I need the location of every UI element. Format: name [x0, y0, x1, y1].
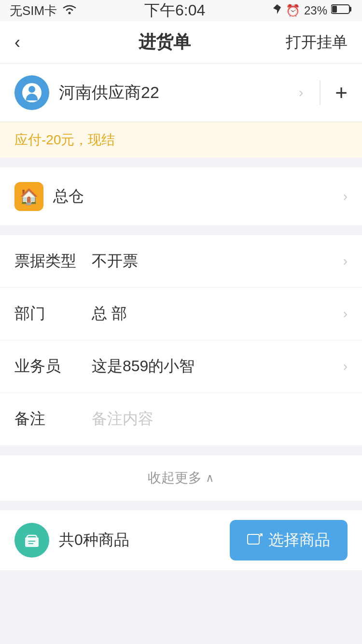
svg-rect-8 [248, 534, 259, 544]
collapse-button[interactable]: 收起更多 ∧ [0, 455, 362, 501]
product-count-label: 共0种商品 [59, 530, 230, 551]
open-pending-button[interactable]: 打开挂单 [286, 32, 348, 53]
department-label: 部门 [14, 303, 82, 324]
svg-rect-2 [349, 7, 351, 12]
bottom-bar: 共0种商品 选择商品 [0, 510, 362, 570]
invoice-type-row[interactable]: 票据类型 不开票 › [0, 235, 362, 288]
warehouse-label: 总仓 [53, 186, 343, 207]
status-right: ⏰ 23% [272, 3, 352, 18]
invoice-type-value: 不开票 [92, 251, 343, 272]
salesperson-chevron-icon: › [343, 359, 348, 374]
select-product-button[interactable]: 选择商品 [230, 520, 348, 560]
salesperson-row[interactable]: 业务员 这是859的小智 › [0, 340, 362, 393]
invoice-chevron-icon: › [343, 253, 348, 269]
salesperson-label: 业务员 [14, 356, 82, 377]
collapse-label: 收起更多 [148, 469, 202, 487]
department-value: 总 部 [92, 303, 343, 324]
notice-bar: 应付-20元，现结 [0, 122, 362, 158]
alarm-icon: ⏰ [286, 4, 300, 17]
invoice-type-label: 票据类型 [14, 251, 82, 272]
main-content: 河南供应商22 › + 应付-20元，现结 🏠 总仓 › 票据类型 不开票 › [0, 64, 362, 644]
status-bar: 无SIM卡 下午6:04 ⏰ 23% [0, 0, 362, 21]
gray-fill-area [0, 570, 362, 644]
svg-rect-3 [332, 6, 337, 13]
supplier-row[interactable]: 河南供应商22 › + [0, 64, 362, 122]
wifi-icon [62, 3, 77, 18]
collapse-section: 收起更多 ∧ [0, 455, 362, 501]
form-section: 票据类型 不开票 › 部门 总 部 › 业务员 这是859的小智 › 备注 备注… [0, 235, 362, 445]
back-button[interactable]: ‹ [14, 32, 43, 53]
status-time: 下午6:04 [144, 0, 205, 21]
department-row[interactable]: 部门 总 部 › [0, 288, 362, 340]
warehouse-chevron-icon: › [343, 189, 348, 204]
select-product-label: 选择商品 [268, 530, 330, 551]
house-icon: 🏠 [19, 187, 39, 206]
supplier-avatar [14, 75, 49, 110]
avatar-inner [22, 83, 42, 102]
department-chevron-icon: › [343, 306, 348, 322]
supplier-divider [320, 81, 320, 105]
supplier-section: 河南供应商22 › + 应付-20元，现结 [0, 64, 362, 158]
location-icon [272, 3, 282, 18]
warehouse-icon: 🏠 [14, 182, 43, 211]
sim-label: 无SIM卡 [10, 2, 57, 19]
remark-row[interactable]: 备注 备注内容 [0, 393, 362, 445]
collapse-icon: ∧ [206, 471, 214, 485]
add-supplier-button[interactable]: + [335, 81, 348, 105]
supplier-name: 河南供应商22 [59, 82, 299, 104]
notice-text: 应付-20元，现结 [14, 132, 115, 147]
warehouse-row[interactable]: 🏠 总仓 › [0, 168, 362, 225]
salesperson-value: 这是859的小智 [92, 356, 343, 377]
product-icon [14, 523, 49, 558]
nav-bar: ‹ 进货单 打开挂单 [0, 21, 362, 64]
page-title: 进货单 [139, 30, 191, 54]
remark-label: 备注 [14, 408, 82, 430]
select-icon [247, 532, 263, 549]
remark-input[interactable]: 备注内容 [92, 408, 348, 430]
warehouse-section: 🏠 总仓 › [0, 168, 362, 225]
status-left: 无SIM卡 [10, 2, 77, 19]
svg-point-0 [69, 12, 71, 14]
supplier-chevron-icon: › [299, 85, 303, 100]
battery-label: 23% [304, 4, 327, 17]
battery-icon [331, 4, 352, 17]
